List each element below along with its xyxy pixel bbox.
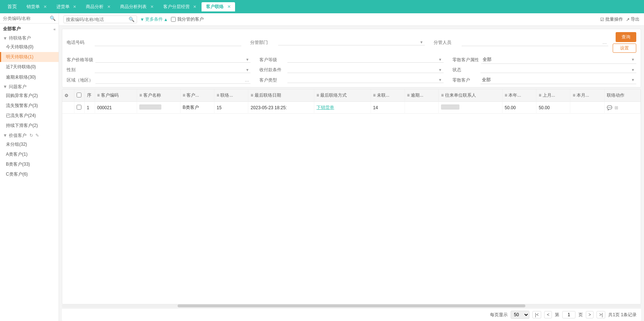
row-checkbox-cell	[74, 102, 84, 114]
page-label: 第	[555, 312, 559, 318]
status-select[interactable]: ▼	[480, 67, 636, 73]
page-number-input[interactable]	[562, 311, 575, 318]
search-button[interactable]: 🔍	[129, 17, 134, 22]
export-btn[interactable]: ↗ 导出	[626, 16, 640, 23]
query-set-wrap: 查询 设置	[613, 32, 636, 53]
price-level-arrow: ▼	[245, 58, 249, 62]
sidebar-item-b-class[interactable]: B类客户(33)	[0, 159, 59, 169]
nav-goods-analysis-close[interactable]: ✕	[107, 4, 111, 9]
per-page-select[interactable]: 50 100 200	[511, 311, 529, 319]
sidebar-search-icon[interactable]: 🔍	[50, 15, 56, 21]
retail-attr-select[interactable]: 全部 ▼	[481, 56, 636, 64]
sidebar-item-overdue[interactable]: 逾期未联络(30)	[0, 72, 59, 82]
nav-contact-close[interactable]: ✕	[227, 4, 231, 9]
row-num-cell: 1	[84, 102, 95, 114]
payment-select[interactable]: ▼	[287, 67, 443, 73]
batch-action-btn[interactable]: ☑ 批量操作	[600, 16, 623, 23]
nav-customer-segments[interactable]: 客户分层经营 ✕	[159, 2, 201, 11]
price-level-label: 客户价格等级	[67, 57, 93, 63]
unit-contact-masked	[441, 104, 459, 110]
grid-icon[interactable]: ⊞	[615, 105, 618, 110]
price-level-select[interactable]: ▼	[95, 57, 251, 63]
sidebar-item-ungroup[interactable]: 未分组(32)	[0, 139, 59, 149]
content-area: 🔍 ▼ 更多条件 ▲ 我分管的客户 ☑ 批量操作 ↗ 导出	[59, 13, 644, 321]
set-button[interactable]: 设置	[613, 44, 636, 53]
col-contact[interactable]: ≡ 联络...	[214, 89, 248, 102]
sidebar-item-c-class[interactable]: C类客户(6)	[0, 169, 59, 179]
sidebar-item-a-class[interactable]: A类客户(1)	[0, 149, 59, 159]
sidebar-search-input[interactable]	[3, 16, 50, 21]
retail-cust-select[interactable]: 全部 ▼	[480, 76, 636, 84]
cust-type-select[interactable]: ▼	[287, 77, 443, 83]
nav-sales[interactable]: 销货单 ✕	[22, 2, 51, 11]
chat-icon[interactable]: 💬	[607, 105, 612, 110]
col-year[interactable]: ≡ 本年...	[502, 89, 536, 102]
manager-dots[interactable]: …	[602, 40, 607, 45]
gender-arrow: ▼	[245, 68, 249, 72]
filter-cell-retail-cust: 零散客户 全部 ▼	[452, 76, 636, 84]
cust-level-select[interactable]: ▼	[287, 57, 443, 63]
nav-segments-close[interactable]: ✕	[193, 4, 196, 9]
problem-customer-group[interactable]: ▼ 问题客户	[0, 82, 59, 91]
sidebar-item-declining[interactable]: 持续下滑客户(2)	[0, 121, 59, 131]
sidebar-item-today[interactable]: 今天待联络(0)	[0, 42, 59, 52]
manager-select[interactable]: …	[462, 39, 608, 46]
last-page-btn[interactable]: >|	[596, 311, 605, 318]
my-customer-checkbox[interactable]	[171, 17, 176, 22]
search-input-wrap: 🔍	[63, 15, 137, 23]
col-unit-contact[interactable]: ≡ 往来单位联系人	[439, 89, 503, 102]
col-action: 联络动作	[604, 89, 640, 102]
col-name[interactable]: ≡ 客户名称	[137, 89, 180, 102]
row-checkbox[interactable]	[77, 105, 81, 110]
nav-goods-analysis[interactable]: 商品分析 ✕	[81, 2, 115, 11]
gender-select[interactable]: ▼	[95, 67, 251, 73]
region-dots[interactable]: …	[245, 77, 249, 83]
nav-goods-analysis-list[interactable]: 商品分析列表 ✕	[116, 2, 158, 11]
col-code[interactable]: ≡ 客户编码	[95, 89, 137, 102]
value-customer-group[interactable]: ▼ 价值客户 ↻ ✎	[0, 131, 59, 139]
col-type[interactable]: ≡ 客户...	[180, 89, 214, 102]
first-page-btn[interactable]: |<	[532, 311, 541, 318]
col-no-contact[interactable]: ≡ 未联...	[371, 89, 405, 102]
col-gear[interactable]: ⚙	[62, 89, 74, 102]
nav-purchase[interactable]: 进货单 ✕	[52, 2, 81, 11]
sidebar-search-wrap: 🔍	[0, 13, 59, 24]
col-this-month[interactable]: ≡ 本月...	[570, 89, 604, 102]
pending-contact-group[interactable]: ▼ 待联络客户	[0, 34, 59, 42]
sidebar: 🔍 全部客户 « ▼ 待联络客户 今天待联络(0) 明天待联络(1) 近7天待联…	[0, 13, 59, 321]
sidebar-item-churned[interactable]: 已流失客户(24)	[0, 111, 59, 121]
filter-cell-gender: 性别 ▼	[67, 67, 251, 73]
nav-home[interactable]: 首页	[3, 2, 21, 11]
col-last-date[interactable]: ≡ 最后联络日期	[248, 89, 314, 102]
col-last-method[interactable]: ≡ 最后联络方式	[314, 89, 371, 102]
phone-input[interactable]	[95, 39, 241, 46]
col-overdue[interactable]: ≡ 逾期...	[405, 89, 438, 102]
prev-page-btn[interactable]: <	[544, 311, 552, 318]
sidebar-item-7days[interactable]: 近7天待联络(0)	[0, 62, 59, 72]
last-method-link[interactable]: 下销货单	[316, 105, 334, 110]
select-all-checkbox[interactable]	[77, 93, 81, 97]
value-refresh-icon[interactable]: ↻	[29, 133, 33, 138]
dept-select[interactable]: ▼	[278, 39, 425, 45]
sidebar-item-repurchase-anomaly[interactable]: 回购异常客户(2)	[0, 91, 59, 101]
sidebar-item-tomorrow[interactable]: 明天待联络(1)	[0, 52, 59, 62]
nav-sales-close[interactable]: ✕	[43, 4, 47, 9]
all-customers-label: 全部客户	[3, 26, 21, 32]
col-last-month[interactable]: ≡ 上月...	[536, 89, 570, 102]
value-edit-icon[interactable]: ✎	[35, 133, 39, 138]
nav-goods-list-close[interactable]: ✕	[150, 4, 154, 9]
nav-customer-contact[interactable]: 客户联络 ✕	[202, 2, 235, 11]
collapse-icon: «	[53, 27, 56, 31]
scrollbar-thumb[interactable]	[178, 304, 525, 307]
query-button[interactable]: 查询	[616, 32, 636, 42]
horizontal-scrollbar[interactable]	[62, 304, 641, 307]
row-last-method-cell[interactable]: 下销货单	[314, 102, 371, 114]
region-select[interactable]: …	[95, 77, 251, 84]
search-input[interactable]	[66, 17, 129, 22]
next-page-btn[interactable]: >	[586, 311, 594, 318]
all-customers-title[interactable]: 全部客户 «	[0, 24, 59, 34]
gear-icon[interactable]: ⚙	[64, 93, 69, 98]
sidebar-item-churn-warning[interactable]: 流失预警客户(3)	[0, 101, 59, 111]
nav-purchase-close[interactable]: ✕	[73, 4, 76, 9]
more-filter-btn[interactable]: ▼ 更多条件 ▲	[140, 16, 168, 23]
